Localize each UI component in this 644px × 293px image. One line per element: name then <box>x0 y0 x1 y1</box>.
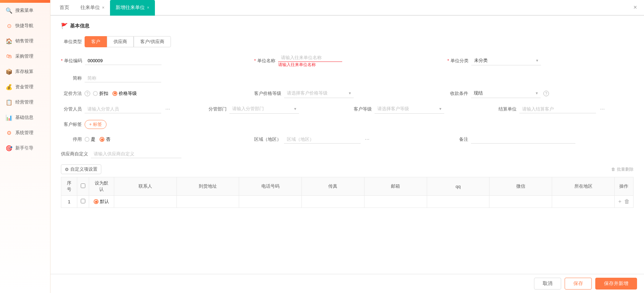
row-contact-input[interactable] <box>118 199 173 204</box>
pricing-help-icon[interactable]: ? <box>85 91 90 96</box>
pricing-level-label: 价格等级 <box>119 90 137 97</box>
row-wechat-input[interactable] <box>493 199 548 204</box>
row-fax-input[interactable] <box>305 199 361 204</box>
supplier-custom-row: 供应商自定义 <box>61 150 634 158</box>
cancel-button[interactable]: 取消 <box>534 278 561 290</box>
customer-price-select[interactable]: 请选择客户价格等级 ▾ <box>284 89 354 98</box>
row-checkbox[interactable] <box>81 199 85 203</box>
unit-category-label: 单位分类 <box>447 58 469 64</box>
row-delete-btn[interactable]: 🗑 <box>624 198 630 204</box>
pricing-discount-radio[interactable] <box>93 91 98 96</box>
tab-new-partner-close[interactable]: × <box>147 5 149 10</box>
unit-code-label: 单位编码 <box>61 58 82 64</box>
save-button[interactable]: 保存 <box>565 278 592 290</box>
select-all-checkbox[interactable] <box>81 184 85 188</box>
pricing-level-radio[interactable] <box>112 91 117 96</box>
row-qq[interactable] <box>427 196 489 208</box>
disable-group: 停用 是 否 <box>61 136 247 143</box>
department-select[interactable]: 请输入分管部门 ▾ <box>229 104 299 114</box>
code-name-row: 单位编码 单位名称 请输入往来单位名称 单位分类 未分类 ▾ <box>61 54 634 68</box>
row-phone[interactable] <box>239 196 302 208</box>
sidebar-item-guide[interactable]: 🎯 新手引导 <box>0 140 50 156</box>
settlement-more-btn[interactable]: ··· <box>599 106 606 112</box>
sidebar-item-inventory[interactable]: 📦 库存核算 <box>0 64 50 79</box>
customer-level-label: 客户等级 <box>351 106 372 112</box>
col-region: 所在地区 <box>552 177 615 196</box>
settlement-group: 结算单位 ··· <box>496 105 634 113</box>
region-input[interactable] <box>284 135 361 144</box>
abbreviation-input[interactable] <box>85 74 161 82</box>
sidebar-item-quick-nav[interactable]: ⊙ 快捷导航 <box>0 18 50 33</box>
payment-terms-help-icon[interactable]: ? <box>543 91 549 96</box>
row-default-radio-item[interactable]: 默认 <box>93 198 110 205</box>
row-address[interactable] <box>176 196 239 208</box>
pricing-level-option[interactable]: 价格等级 <box>112 90 137 97</box>
settlement-label: 结算单位 <box>496 106 517 112</box>
sidebar-item-operation[interactable]: 📋 经营管理 <box>0 95 50 110</box>
save-new-button[interactable]: 保存并新增 <box>595 278 637 290</box>
tab-home[interactable]: 首页 <box>54 0 75 16</box>
row-contact[interactable] <box>114 196 176 208</box>
manager-more-btn[interactable]: ··· <box>164 106 171 112</box>
pricing-method-label: 定价方法 <box>61 90 82 97</box>
unit-type-supplier-btn[interactable]: 供应商 <box>107 36 134 47</box>
remark-input[interactable] <box>471 135 575 144</box>
category-chevron-icon: ▾ <box>536 58 538 63</box>
unit-category-select[interactable]: 未分类 ▾ <box>471 56 541 65</box>
supplier-custom-input[interactable] <box>91 150 181 158</box>
row-phone-input[interactable] <box>243 199 298 204</box>
row-add-btn[interactable]: + <box>618 198 621 204</box>
sidebar-item-sales[interactable]: 🏠 销售管理 <box>0 33 50 49</box>
sidebar-item-label: 搜索菜单 <box>15 7 33 14</box>
unit-type-label: 单位类型 <box>61 39 82 45</box>
sidebar: 🔍 搜索菜单 ⊙ 快捷导航 🏠 销售管理 🛍 采购管理 📦 库存核算 💰 资金管… <box>0 0 50 293</box>
tab-new-partner[interactable]: 新增往来单位 × <box>110 0 155 16</box>
batch-delete-button[interactable]: 🗑 批量删除 <box>611 166 634 172</box>
manager-group: 分管人员 ··· <box>61 105 199 113</box>
disable-no-option[interactable]: 否 <box>100 136 110 143</box>
row-wechat[interactable] <box>489 196 552 208</box>
disable-no-radio[interactable] <box>100 137 104 142</box>
unit-code-group: 单位编码 <box>61 57 247 65</box>
col-qq: qq <box>427 177 489 196</box>
sidebar-item-finance[interactable]: 💰 资金管理 <box>0 79 50 95</box>
disable-yes-option[interactable]: 是 <box>85 136 95 143</box>
customer-level-placeholder: 请选择客户等级 <box>377 106 409 112</box>
pricing-discount-option[interactable]: 折扣 <box>93 90 108 97</box>
sidebar-item-label: 经营管理 <box>15 99 33 105</box>
sidebar-item-purchase[interactable]: 🛍 采购管理 <box>0 49 50 64</box>
row-region[interactable] <box>552 196 615 208</box>
tab-new-partner-label: 新增往来单位 <box>116 5 145 11</box>
row-default-radio[interactable] <box>94 199 99 204</box>
customer-tag-label: 客户标签 <box>61 121 82 128</box>
row-email-input[interactable] <box>368 199 423 204</box>
customer-level-select[interactable]: 请选择客户等级 ▾ <box>375 104 444 114</box>
disable-yes-radio[interactable] <box>85 137 89 142</box>
window-close-button[interactable]: × <box>630 4 641 11</box>
sidebar-item-system[interactable]: ⚙ 系统管理 <box>0 125 50 140</box>
unit-name-input[interactable] <box>278 54 342 62</box>
remark-group: 备注 <box>447 135 634 144</box>
unit-type-both-btn[interactable]: 客户/供应商 <box>134 36 171 47</box>
tab-partners-close[interactable]: × <box>102 5 104 10</box>
settlement-input[interactable] <box>519 105 596 113</box>
remark-label: 备注 <box>447 136 468 143</box>
unit-code-input[interactable] <box>85 57 162 65</box>
sidebar-item-search[interactable]: 🔍 搜索菜单 <box>0 3 50 18</box>
row-email[interactable] <box>364 196 427 208</box>
tab-home-label: 首页 <box>60 5 69 11</box>
tab-partners[interactable]: 往来单位 × <box>75 0 110 16</box>
custom-setting-button[interactable]: ⚙ 自定义项设置 <box>61 164 101 174</box>
region-more-btn[interactable]: ··· <box>363 136 371 143</box>
row-region-input[interactable] <box>556 199 611 204</box>
add-tag-button[interactable]: + 标签 <box>85 120 107 129</box>
trash-icon: 🗑 <box>611 167 615 172</box>
row-address-input[interactable] <box>180 199 236 204</box>
row-qq-input[interactable] <box>431 199 486 204</box>
manager-input[interactable] <box>85 105 161 113</box>
customer-price-placeholder: 请选择客户价格等级 <box>287 90 328 96</box>
unit-type-customer-btn[interactable]: 客户 <box>85 36 107 47</box>
row-fax[interactable] <box>302 196 364 208</box>
payment-terms-select[interactable]: 现结 ▾ <box>471 89 541 98</box>
sidebar-item-basic[interactable]: 📊 基础信息 <box>0 110 50 125</box>
